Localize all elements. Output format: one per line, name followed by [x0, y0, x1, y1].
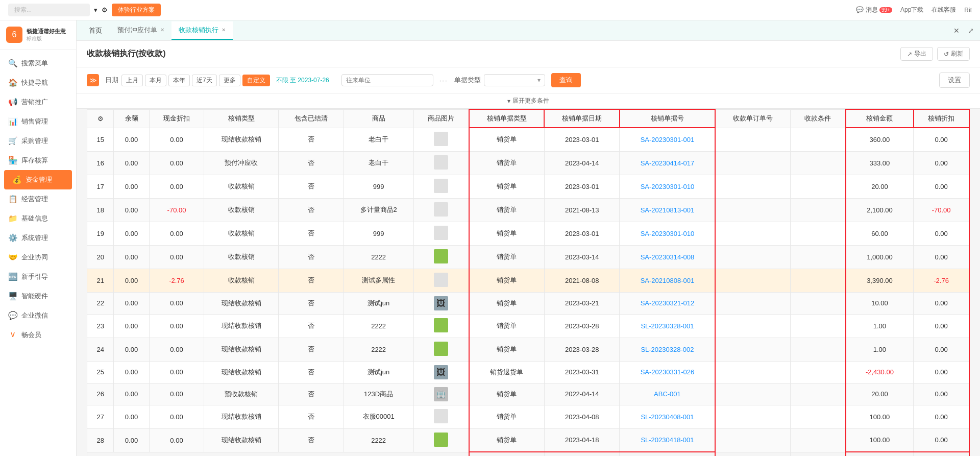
td-no: 16: [87, 151, 114, 175]
bill-no-link[interactable]: SL-20230418-001: [641, 436, 694, 444]
td-write-off-discount: 0.00: [914, 428, 969, 452]
date-btn-this-month[interactable]: 本月: [145, 75, 166, 86]
bill-no-link[interactable]: SL-20230328-002: [641, 346, 694, 353]
tab-prepay-close[interactable]: ✕: [160, 27, 164, 33]
filter-toggle-btn[interactable]: ≫: [87, 74, 99, 86]
td-bill-no: SA-20230301-001: [620, 128, 715, 151]
sidebar-item-hardware[interactable]: 🖥️ 智能硬件: [0, 286, 76, 306]
date-btn-7days[interactable]: 近7天: [192, 75, 217, 86]
td-order-no: [715, 128, 790, 151]
td-product-img: [413, 338, 469, 361]
bill-type-select[interactable]: ▾: [484, 74, 545, 86]
sidebar-item-basic[interactable]: 📁 基础信息: [0, 209, 76, 228]
query-button[interactable]: 查询: [551, 73, 581, 87]
th-settings[interactable]: ⚙: [87, 109, 114, 128]
sidebar-logo: 6 畅捷通谱好生意 标准版: [0, 20, 76, 50]
partner-input[interactable]: [341, 74, 433, 86]
expand-conditions-btn[interactable]: ▾ 展开更多条件: [507, 97, 549, 105]
bill-no-link[interactable]: SL-20230328-001: [641, 322, 694, 330]
bill-no-link[interactable]: SA-20230321-012: [641, 299, 695, 307]
sidebar-label-hardware: 智能硬件: [21, 292, 48, 301]
bill-no-link[interactable]: SA-20230331-026: [641, 368, 695, 376]
filter-bar: ≫ 日期 上月 本月 本年 近7天 更多 自定义 不限 至 2023-07-26: [77, 67, 980, 93]
td-bill-no: SA-20210808-001: [620, 269, 715, 292]
sidebar-item-finance[interactable]: 💰 资金管理: [4, 170, 72, 189]
td-bill-type: 销货单: [469, 314, 545, 338]
tab-expand-btn[interactable]: ⤢: [966, 25, 976, 37]
td-write-off-discount: 0.00: [914, 175, 969, 198]
message-icon[interactable]: 💬 消息 99+: [856, 6, 892, 14]
search-bar[interactable]: 搜索...: [8, 4, 90, 16]
sidebar-item-member[interactable]: V 畅会员: [0, 325, 76, 345]
footer-write-off-discount: 952.24: [914, 452, 969, 456]
bill-no-link[interactable]: SA-20230301-010: [641, 230, 695, 237]
settings-button[interactable]: 设置: [939, 73, 970, 88]
tab-close-btn[interactable]: ✕: [951, 25, 962, 37]
sidebar-item-enterprise[interactable]: 🤝 企业协同: [0, 248, 76, 267]
date-btn-more[interactable]: 更多: [219, 75, 240, 86]
sidebar-item-marketing[interactable]: 📢 营销推广: [0, 92, 76, 112]
td-write-off-amount: 1.00: [846, 338, 914, 361]
sidebar-item-operations[interactable]: 📋 经营管理: [0, 189, 76, 209]
tab-prepay[interactable]: 预付冲应付单 ✕: [110, 21, 172, 40]
bill-no-link[interactable]: SA-20210813-001: [641, 206, 695, 214]
sidebar-item-guide[interactable]: 🆕 新手引导: [0, 267, 76, 286]
footer-payment-term: [790, 452, 845, 456]
td-include-cleared: 否: [279, 361, 344, 383]
tab-receipt[interactable]: 收款核销执行 ✕: [172, 21, 233, 40]
online-service-link[interactable]: 在线客服: [932, 6, 956, 14]
bill-no-link[interactable]: SA-20230314-008: [641, 253, 695, 261]
main-content: 首页 预付冲应付单 ✕ 收款核销执行 ✕ ✕ ⤢ 收款核销执行(按收款) ↗: [77, 20, 980, 456]
bill-no-link[interactable]: SA-20230414-017: [641, 159, 695, 167]
sidebar-item-sales[interactable]: 📊 销售管理: [0, 112, 76, 131]
sidebar-item-search[interactable]: 🔍 搜索菜单: [0, 54, 76, 73]
td-cash-discount: 0.00: [149, 175, 204, 198]
td-bill-no: SL-20230328-001: [620, 314, 715, 338]
industry-btn[interactable]: 体验行业方案: [112, 4, 161, 16]
td-payment-term: [790, 383, 845, 405]
sidebar-item-purchase[interactable]: 🛒 采购管理: [0, 131, 76, 151]
bill-no-link[interactable]: ABC-001: [654, 390, 681, 398]
td-order-no: [715, 222, 790, 245]
td-payment-term: [790, 175, 845, 198]
date-btn-last-month[interactable]: 上月: [121, 75, 143, 86]
td-cash-discount: 0.00: [149, 292, 204, 314]
table-row: 22 0.00 0.00 现结收款核销 否 测试jun 🖼 销货单 2023-0…: [87, 292, 970, 314]
refresh-button[interactable]: ↺ 刷新: [937, 47, 970, 61]
td-product-img: 🖼: [413, 292, 469, 314]
table-scroll[interactable]: ⚙ 余额 现金折扣 核销类型 包含已结清 商品 商品图片 核销单据类型 核销单据…: [87, 109, 970, 456]
td-write-off-discount: 0.00: [914, 383, 969, 405]
page-header: 收款核销执行(按收款) ↗ 导出 ↺ 刷新: [77, 41, 980, 67]
td-payment-term: [790, 128, 845, 151]
sidebar-item-shortcuts[interactable]: 🏠 快捷导航: [0, 73, 76, 92]
bill-no-link[interactable]: SA-20230301-010: [641, 183, 695, 190]
td-include-cleared: 否: [279, 383, 344, 405]
settings-icon[interactable]: ⚙: [102, 6, 108, 14]
td-include-cleared: 否: [279, 128, 344, 151]
export-button[interactable]: ↗ 导出: [900, 47, 933, 61]
td-include-cleared: 否: [279, 151, 344, 175]
sidebar-item-wechat[interactable]: 💬 企业微信: [0, 306, 76, 325]
bill-no-link[interactable]: SA-20210808-001: [641, 277, 695, 284]
bill-no-link[interactable]: SL-20230408-001: [641, 413, 694, 421]
td-bill-no: SA-20230321-012: [620, 292, 715, 314]
td-write-off-amount: 1.00: [846, 314, 914, 338]
sidebar-item-system[interactable]: ⚙️ 系统管理: [0, 228, 76, 248]
td-order-no: [715, 314, 790, 338]
date-btn-this-year[interactable]: 本年: [168, 75, 190, 86]
messages-badge: 99+: [879, 7, 892, 13]
bill-no-link[interactable]: SA-20230301-001: [641, 136, 695, 143]
td-bill-date: 2021-08-08: [544, 269, 620, 292]
td-bill-no: SL-20230408-001: [620, 405, 715, 428]
td-bill-date: 2023-04-08: [544, 405, 620, 428]
table-row: 26 0.00 0.00 预收款核销 否 123D商品 🏢 销货单 2022-0…: [87, 383, 970, 405]
tab-home[interactable]: 首页: [81, 22, 110, 39]
th-product-img: 商品图片: [413, 109, 469, 128]
tab-receipt-close[interactable]: ✕: [222, 27, 226, 33]
sidebar-item-inventory[interactable]: 🏪 库存核算: [0, 151, 76, 170]
table-row: 18 0.00 -70.00 收款核销 否 多计量商品2 销货单 2021-08…: [87, 198, 970, 222]
td-write-off-type: 现结收款核销: [204, 128, 279, 151]
td-bill-date: 2021-08-13: [544, 198, 620, 222]
app-download-link[interactable]: App下载: [900, 6, 923, 14]
date-btn-custom[interactable]: 自定义: [242, 75, 270, 86]
